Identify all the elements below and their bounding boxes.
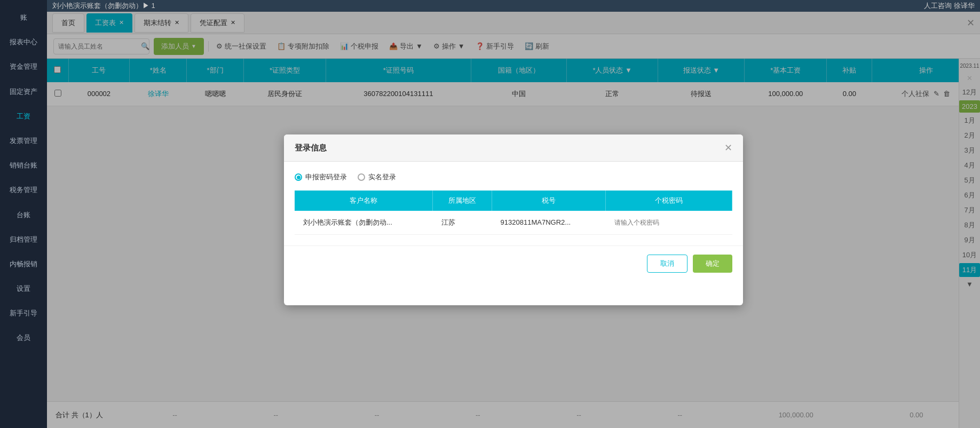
sidebar-item-ledger[interactable]: 销销台账	[0, 153, 47, 178]
login-modal: 登录信息 ✕ 申报密码登录 实名登录 客户名称 所属地区	[284, 134, 743, 305]
sidebar-item-invoice[interactable]: 发票管理	[0, 129, 47, 153]
sidebar-item-archive[interactable]: 归档管理	[0, 227, 47, 252]
radio-realname-dot	[358, 173, 365, 181]
modal-overlay: 登录信息 ✕ 申报密码登录 实名登录 客户名称 所属地区	[47, 12, 980, 428]
modal-table-row: 刘小艳演示账套（勿删勿动... 江苏 91320811MA7NGR2...	[295, 211, 732, 234]
topbar-right: 人工咨询 徐译华	[924, 1, 975, 11]
cancel-button[interactable]: 取消	[647, 255, 687, 273]
sidebar-item-funds[interactable]: 资金管理	[0, 54, 47, 79]
login-table: 客户名称 所属地区 税号 个税密码 刘小艳演示账套（勿删勿动... 江苏 913…	[295, 191, 732, 235]
sidebar-item-account[interactable]: 台账	[0, 203, 47, 227]
confirm-button[interactable]: 确定	[693, 255, 732, 273]
tax-password-input[interactable]	[614, 219, 724, 226]
sidebar-item-salary[interactable]: 工资	[0, 104, 47, 129]
sidebar-item-reports[interactable]: 报表中心	[0, 30, 47, 54]
radio-password-dot	[295, 173, 302, 181]
modal-title: 登录信息	[295, 143, 327, 153]
modal-tax-no: 91320811MA7NGR2...	[492, 211, 606, 234]
sidebar-item-member[interactable]: 会员	[0, 326, 47, 350]
modal-region: 江苏	[433, 211, 492, 234]
sidebar-item-tax[interactable]: 税务管理	[0, 178, 47, 202]
sidebar-item-settings[interactable]: 设置	[0, 276, 47, 301]
sidebar-item-zhang[interactable]: 账	[0, 5, 47, 30]
modal-header: 登录信息 ✕	[284, 134, 743, 162]
sidebar-item-assets[interactable]: 固定资产	[0, 80, 47, 104]
radio-realname-login[interactable]: 实名登录	[358, 172, 396, 182]
modal-footer: 取消 确定	[284, 245, 743, 281]
modal-col-region: 所属地区	[433, 191, 492, 211]
topbar-title: 刘小艳演示账套（勿删勿动）▶ 1	[52, 1, 924, 11]
modal-body: 申报密码登录 实名登录 客户名称 所属地区 税号 个税密码	[284, 162, 743, 245]
login-type-radio-group: 申报密码登录 实名登录	[295, 172, 732, 182]
modal-col-name: 客户名称	[295, 191, 433, 211]
modal-close-button[interactable]: ✕	[724, 142, 732, 154]
sidebar-item-guide[interactable]: 新手引导	[0, 301, 47, 326]
modal-col-tax-no: 税号	[492, 191, 606, 211]
topbar: 刘小艳演示账套（勿删勿动）▶ 1 人工咨询 徐译华	[47, 0, 980, 12]
sidebar-item-expense[interactable]: 内畅报销	[0, 252, 47, 276]
sidebar: 账 报表中心 资金管理 固定资产 工资 发票管理 销销台账 税务管理 台账 归档…	[0, 0, 47, 428]
modal-client-name: 刘小艳演示账套（勿删勿动...	[295, 211, 433, 234]
radio-password-login[interactable]: 申报密码登录	[295, 172, 347, 182]
modal-password-input-cell[interactable]	[606, 211, 732, 234]
modal-col-password: 个税密码	[606, 191, 732, 211]
